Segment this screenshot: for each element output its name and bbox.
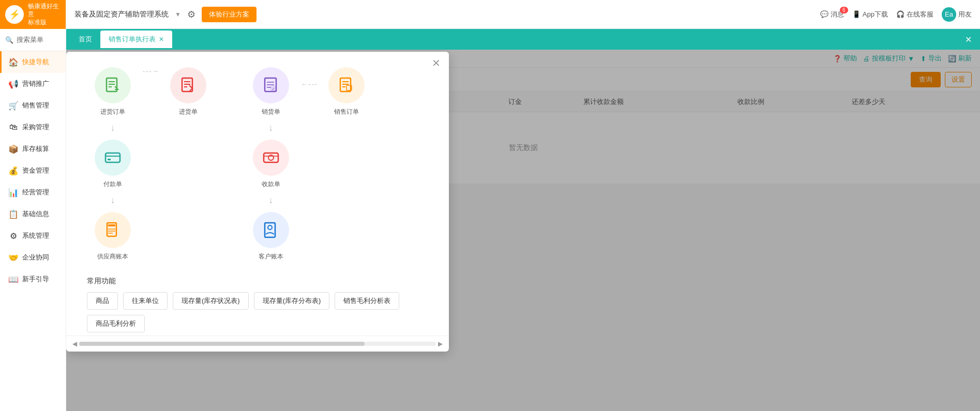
message-icon: 💬 [820, 10, 828, 18]
header-right: 💬 消息 6 📱 App下载 🎧 在线客服 Ea 用友 [820, 7, 972, 22]
enterprise-icon: 🤝 [9, 253, 18, 262]
sale-bill-label: 销货单 [262, 108, 280, 116]
user-item[interactable]: Ea 用友 [942, 7, 972, 22]
tabs-bar: 首页 销售订单执行表 ✕ ✕ [66, 29, 980, 50]
func-btn-stock-status[interactable]: 现存量(库存状况表) [173, 292, 249, 310]
sale-bill-node[interactable]: ✓ 销货单 [245, 67, 297, 116]
purchase-order-label: 进货订单 [100, 108, 125, 116]
customer-ledger-label: 客户账本 [259, 252, 283, 261]
sidebar-item-label: 新手引导 [22, 275, 49, 284]
app-download-item[interactable]: 📱 App下载 [852, 10, 888, 19]
common-functions-section: 常用功能 商品 往来单位 现存量(库存状况表) 现存量(库存分布表) 销售毛利分… [87, 277, 428, 336]
sidebar-item-label: 系统管理 [22, 231, 49, 240]
experience-button[interactable]: 体验行业方案 [202, 7, 257, 22]
inventory-icon: 📦 [9, 144, 18, 154]
customer-ledger-node[interactable]: 客户账本 [245, 212, 297, 261]
popup-content: 进货订单 ↓ 付款单 ↓ [66, 52, 449, 336]
mid-left-flow-column: 进货单 [162, 67, 214, 220]
sidebar-item-inventory[interactable]: 📦 库存核算 [0, 138, 66, 160]
content-area: ❓ 帮助 🖨 按模板打印 ▼ ⬆ 导出 🔄 刷新 [66, 50, 980, 411]
tab-sales-order[interactable]: 销售订单执行表 ✕ [100, 31, 172, 48]
sidebar-item-label: 快捷导航 [22, 57, 49, 67]
sidebar-item-finance[interactable]: 💰 资金管理 [0, 160, 66, 181]
svg-point-26 [268, 225, 272, 230]
func-btn-sales-margin[interactable]: 销售毛利分析表 [335, 292, 399, 310]
logo-icon: ⚡ [5, 5, 24, 24]
sidebar-item-label: 经营管理 [22, 188, 49, 197]
tab-home[interactable]: 首页 [70, 31, 100, 48]
sidebar-item-enterprise[interactable]: 🤝 企业协同 [0, 247, 66, 268]
service-icon: 🎧 [896, 10, 904, 18]
scroll-track[interactable] [79, 342, 436, 346]
down-arrow-4: ↓ [268, 195, 273, 206]
svg-rect-8 [108, 224, 115, 226]
receipt-node[interactable]: 收款单 [245, 140, 297, 189]
sidebar-logo: ⚡ 畅康通好生意 标准版 [0, 0, 66, 29]
sidebar-item-label: 采购管理 [22, 123, 49, 132]
svg-text:✓: ✓ [271, 87, 275, 92]
main-area: 装备及固定资产辅助管理系统 ▼ ⚙ 体验行业方案 💬 消息 6 📱 App下载 … [66, 0, 980, 411]
payment-circle [95, 140, 131, 176]
sale-bill-circle: ✓ [253, 67, 289, 103]
tab-bar-close-icon[interactable]: ✕ [961, 35, 976, 44]
marketing-icon: 📢 [9, 79, 18, 88]
purchase-order-circle [95, 67, 131, 103]
system-dropdown-button[interactable]: ▼ [175, 11, 181, 18]
purchase-bill-node[interactable]: 进货单 [162, 67, 214, 116]
scroll-left-arrow[interactable]: ◀ [72, 340, 77, 347]
sidebar-item-label: 基础信息 [22, 209, 49, 219]
popup-close-button[interactable]: ✕ [432, 58, 441, 68]
svg-rect-6 [108, 159, 111, 160]
payment-node[interactable]: 付款单 [87, 140, 139, 189]
supplier-ledger-circle [95, 212, 131, 248]
func-btn-stock-dist[interactable]: 现存量(库存分布表) [254, 292, 330, 310]
svg-rect-22 [264, 153, 278, 162]
h-arrow-2: ← - - - [297, 67, 321, 88]
sidebar-item-basic[interactable]: 📋 基础信息 [0, 203, 66, 225]
receipt-label: 收款单 [262, 180, 280, 189]
sidebar-item-label: 资金管理 [22, 166, 49, 175]
sidebar-item-label: 营销推广 [22, 79, 49, 88]
sidebar-item-marketing[interactable]: 📢 营销推广 [0, 73, 66, 95]
svg-rect-4 [105, 153, 120, 162]
sale-order-node[interactable]: 销售订单 [321, 67, 372, 116]
sidebar-item-quick-nav[interactable]: 🏠 快捷导航 [0, 51, 66, 73]
newuser-icon: 📖 [9, 275, 18, 284]
sidebar-item-newuser[interactable]: 📖 新手引导 [0, 268, 66, 290]
sidebar-item-sales[interactable]: 🛒 销售管理 [0, 95, 66, 116]
sidebar-nav: 🏠 快捷导航 📢 营销推广 🛒 销售管理 🛍 采购管理 📦 库存核算 💰 资金管… [0, 51, 66, 411]
supplier-ledger-node[interactable]: 供应商账本 [87, 212, 139, 261]
online-service-item[interactable]: 🎧 在线客服 [896, 10, 933, 19]
sale-order-circle [328, 67, 365, 103]
message-item[interactable]: 💬 消息 6 [820, 10, 844, 19]
purchase-bill-circle [170, 67, 206, 103]
message-badge: 6 [840, 7, 848, 13]
tab-close-icon[interactable]: ✕ [159, 36, 164, 42]
sidebar-item-system[interactable]: ⚙ 系统管理 [0, 225, 66, 247]
logo-text: 畅康通好生意 标准版 [28, 3, 61, 27]
purchase-order-node[interactable]: 进货订单 [87, 67, 139, 116]
sidebar-item-label: 库存核算 [22, 144, 49, 154]
home-icon: 🏠 [9, 57, 18, 67]
settings-button[interactable]: ⚙ [187, 9, 195, 20]
scroll-thumb [79, 342, 365, 346]
basic-icon: 📋 [9, 209, 18, 219]
popup-scrollbar[interactable]: ◀ ▶ [66, 336, 449, 352]
down-arrow-1: ↓ [111, 123, 115, 133]
func-btn-goods[interactable]: 商品 [87, 292, 118, 310]
search-icon: 🔍 [5, 36, 13, 44]
download-icon: 📱 [852, 10, 861, 18]
header: 装备及固定资产辅助管理系统 ▼ ⚙ 体验行业方案 💬 消息 6 📱 App下载 … [66, 0, 980, 29]
popup-overlay[interactable]: ✕ 进货订单 ↓ [66, 50, 980, 411]
operations-icon: 📊 [9, 188, 18, 197]
func-btn-partners[interactable]: 往来单位 [123, 292, 168, 310]
avatar: Ea [942, 7, 956, 22]
sidebar-item-purchase[interactable]: 🛍 采购管理 [0, 116, 66, 138]
sales-icon: 🛒 [9, 101, 18, 110]
sidebar-item-operations[interactable]: 📊 经营管理 [0, 181, 66, 203]
flow-diagram: 进货订单 ↓ 付款单 ↓ [87, 67, 428, 261]
func-btn-goods-margin[interactable]: 商品毛利分析 [87, 315, 145, 332]
purchase-icon: 🛍 [9, 123, 18, 132]
search-menu-button[interactable]: 🔍 搜索菜单 [5, 33, 61, 47]
scroll-right-arrow[interactable]: ▶ [438, 340, 443, 347]
